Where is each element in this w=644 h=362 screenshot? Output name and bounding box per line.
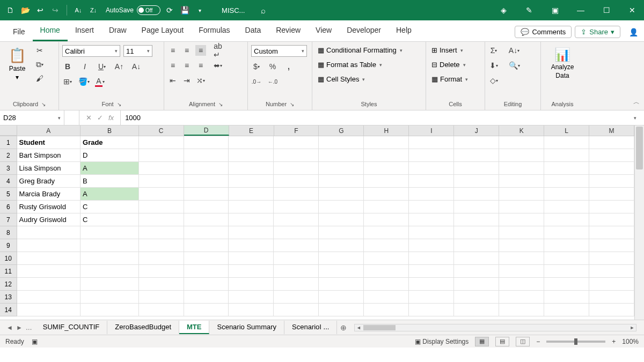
tab-view[interactable]: View <box>308 21 339 41</box>
cell-I6[interactable] <box>409 201 454 213</box>
cell-H4[interactable] <box>364 175 409 188</box>
dialog-launcher-icon[interactable]: ↘ <box>117 101 121 107</box>
cell-I7[interactable] <box>409 213 454 226</box>
cell-E11[interactable] <box>229 265 274 278</box>
insert-cells-button[interactable]: ⊞Insert▾ <box>429 45 465 55</box>
cell-K9[interactable] <box>499 239 544 252</box>
cell-G9[interactable] <box>319 239 364 252</box>
cell-G12[interactable] <box>319 278 364 291</box>
cell-M14[interactable] <box>589 304 634 316</box>
column-header-I[interactable]: I <box>409 125 454 136</box>
add-sheet-icon[interactable]: ⊕ <box>337 323 350 332</box>
font-size-combo[interactable]: 11▾ <box>123 45 152 57</box>
tab-draw[interactable]: Draw <box>101 21 134 41</box>
sort-filter-icon[interactable]: A↓▾ <box>509 45 519 56</box>
tab-file[interactable]: File <box>5 23 33 41</box>
cell-M5[interactable] <box>589 188 634 201</box>
row-header-8[interactable]: 8 <box>0 226 17 239</box>
search-icon[interactable]: ⌕ <box>261 6 266 15</box>
underline-icon[interactable]: U▾ <box>97 61 107 72</box>
cell-B14[interactable] <box>80 304 139 316</box>
cell-L14[interactable] <box>544 304 589 316</box>
tab-review[interactable]: Review <box>268 21 308 41</box>
delete-cells-button[interactable]: ⊟Delete▾ <box>429 60 468 70</box>
cell-L3[interactable] <box>544 162 589 175</box>
cell-E9[interactable] <box>229 239 274 252</box>
row-header-10[interactable]: 10 <box>0 252 17 265</box>
row-header-11[interactable]: 11 <box>0 265 17 278</box>
cell-K10[interactable] <box>499 252 544 265</box>
cell-I8[interactable] <box>409 226 454 239</box>
column-header-J[interactable]: J <box>454 125 499 136</box>
dialog-launcher-icon[interactable]: ↘ <box>218 101 223 107</box>
sheet-tab-scenarioi-[interactable]: ScenarioI ... <box>284 321 337 334</box>
cell-I1[interactable] <box>409 136 454 149</box>
cell-A2[interactable]: Bart Simpson <box>17 149 80 162</box>
cell-B3[interactable]: A <box>80 162 139 175</box>
bold-icon[interactable]: B <box>62 61 73 72</box>
ribbon-mode-icon[interactable]: ▣ <box>547 3 562 18</box>
qat-more-icon[interactable]: ▾ <box>194 4 206 16</box>
tab-data[interactable]: Data <box>238 21 269 41</box>
cell-D1[interactable] <box>184 136 229 149</box>
cell-E13[interactable] <box>229 291 274 304</box>
vertical-scrollbar[interactable] <box>634 125 644 320</box>
cell-C6[interactable] <box>139 201 184 213</box>
cell-I12[interactable] <box>409 278 454 291</box>
zoom-in-icon[interactable]: + <box>612 338 616 345</box>
tab-home[interactable]: Home <box>33 21 68 41</box>
cell-J1[interactable] <box>454 136 499 149</box>
cell-F10[interactable] <box>274 252 319 265</box>
cell-L5[interactable] <box>544 188 589 201</box>
cell-G1[interactable] <box>319 136 364 149</box>
tab-page-layout[interactable]: Page Layout <box>134 21 192 41</box>
cell-K1[interactable] <box>499 136 544 149</box>
cell-G7[interactable] <box>319 213 364 226</box>
cell-G14[interactable] <box>319 304 364 316</box>
cell-A14[interactable] <box>17 304 80 316</box>
cell-B4[interactable]: B <box>80 175 139 188</box>
cell-B12[interactable] <box>80 278 139 291</box>
cell-B13[interactable] <box>80 291 139 304</box>
cell-H11[interactable] <box>364 265 409 278</box>
fill-color-icon[interactable]: 🪣▾ <box>78 76 89 87</box>
align-center-icon[interactable]: ≡ <box>181 60 192 71</box>
format-painter-icon[interactable]: 🖌 <box>34 73 45 84</box>
cell-I10[interactable] <box>409 252 454 265</box>
row-header-14[interactable]: 14 <box>0 304 17 316</box>
diamond-icon[interactable]: ◈ <box>496 3 511 18</box>
cell-I5[interactable] <box>409 188 454 201</box>
column-header-H[interactable]: H <box>364 125 409 136</box>
cell-G10[interactable] <box>319 252 364 265</box>
cell-D13[interactable] <box>184 291 229 304</box>
orientation-icon[interactable]: ⤭▾ <box>195 75 206 86</box>
cell-J10[interactable] <box>454 252 499 265</box>
cell-A4[interactable]: Greg Brady <box>17 175 80 188</box>
cell-J2[interactable] <box>454 149 499 162</box>
open-file-icon[interactable]: 📂 <box>19 4 31 16</box>
cell-K13[interactable] <box>499 291 544 304</box>
cell-K3[interactable] <box>499 162 544 175</box>
zoom-level[interactable]: 100% <box>622 338 639 345</box>
cell-J13[interactable] <box>454 291 499 304</box>
sheet-nav-more-icon[interactable]: … <box>26 324 32 331</box>
italic-icon[interactable]: I <box>79 61 90 72</box>
cell-M9[interactable] <box>589 239 634 252</box>
cell-B1[interactable]: Grade <box>80 136 139 149</box>
comma-icon[interactable]: , <box>283 61 294 72</box>
find-icon[interactable]: 🔍▾ <box>509 60 519 71</box>
cell-M7[interactable] <box>589 213 634 226</box>
cell-K14[interactable] <box>499 304 544 316</box>
row-header-3[interactable]: 3 <box>0 162 17 175</box>
cell-L4[interactable] <box>544 175 589 188</box>
cell-A5[interactable]: Marcia Brady <box>17 188 80 201</box>
fx-icon[interactable]: fx <box>108 114 114 122</box>
cell-D4[interactable] <box>184 175 229 188</box>
cell-K6[interactable] <box>499 201 544 213</box>
cell-H12[interactable] <box>364 278 409 291</box>
conditional-formatting-button[interactable]: ▦Conditional Formatting▾ <box>316 45 405 55</box>
cell-M10[interactable] <box>589 252 634 265</box>
cell-E14[interactable] <box>229 304 274 316</box>
view-page-break-icon[interactable]: ◫ <box>516 337 530 346</box>
cell-K2[interactable] <box>499 149 544 162</box>
